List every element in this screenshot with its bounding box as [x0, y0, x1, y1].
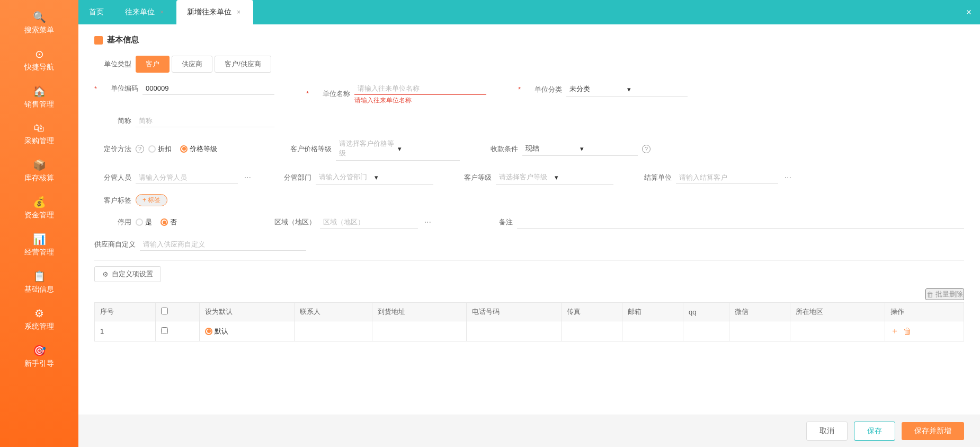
row-phone — [467, 321, 562, 341]
unit-category-value: 未分类 — [569, 84, 627, 94]
tab-new-contact[interactable]: 新增往来单位 × — [176, 0, 253, 24]
unit-name-input[interactable] — [354, 82, 486, 95]
pricing-level-radio — [180, 145, 188, 153]
batch-delete-icon: 🗑 — [926, 291, 933, 299]
pricing-discount-label: 折扣 — [158, 144, 172, 154]
sidebar-item-operations[interactable]: 📊 经营管理 — [0, 226, 78, 264]
supplier-custom-input[interactable] — [140, 238, 306, 251]
row-default-option[interactable]: 默认 — [205, 327, 289, 336]
department-select[interactable]: 请输入分管部门 ▾ — [316, 170, 433, 185]
code-name-category-row: * 单位编码 * 单位名称 请输入往来单位名称 * 单位分类 未分类 ▾ — [94, 82, 964, 105]
sidebar-item-basic-info[interactable]: 📋 基础信息 — [0, 264, 78, 301]
row-contact — [294, 321, 372, 341]
row-email — [622, 321, 683, 341]
unit-name-field-wrap: 请输入往来单位名称 — [354, 82, 486, 105]
disabled-yes-label: 是 — [145, 217, 152, 227]
system-icon: ⚙ — [34, 307, 44, 320]
customer-level-group: 客户等级 请选择客户等级 ▾ — [455, 170, 613, 185]
tab-bar: 首页 往来单位 × 新增往来单位 × × — [78, 0, 980, 24]
row-default-label: 默认 — [215, 327, 228, 336]
short-name-input[interactable] — [136, 115, 274, 127]
region-label: 区域（地区） — [274, 217, 316, 227]
pricing-help-icon[interactable]: ? — [136, 145, 144, 153]
section-title-text: 基本信息 — [107, 35, 139, 45]
sidebar-item-sales[interactable]: 🏠 销售管理 — [0, 78, 78, 116]
manager-row: 分管人员 ··· 分管部门 请输入分管部门 ▾ 客户等级 请选择客户等级 ▾ — [94, 170, 964, 185]
disabled-yes-option[interactable]: 是 — [136, 217, 152, 227]
row-wechat — [729, 321, 790, 341]
notes-group: 备注 — [476, 216, 964, 229]
disabled-no-label: 否 — [170, 217, 177, 227]
col-fax: 传真 — [562, 303, 622, 321]
tab-bar-close-btn[interactable]: × — [966, 7, 972, 18]
col-seq: 序号 — [95, 303, 156, 321]
sidebar-item-inventory[interactable]: 📦 库存核算 — [0, 152, 78, 189]
batch-delete-btn[interactable]: 🗑 批量删除 — [925, 288, 964, 300]
sidebar-item-finance[interactable]: 💰 资金管理 — [0, 189, 78, 226]
select-all-checkbox[interactable] — [161, 308, 168, 314]
settlement-more-btn[interactable]: ··· — [782, 173, 794, 182]
cancel-button[interactable]: 取消 — [806, 422, 848, 441]
sidebar: 🔍 搜索菜单 ⊙ 快捷导航 🏠 销售管理 🛍 采购管理 📦 库存核算 💰 资金管… — [0, 0, 78, 447]
tab-contacts-close[interactable]: × — [158, 7, 166, 17]
notes-input[interactable] — [517, 216, 964, 229]
sidebar-item-purchase[interactable]: 🛍 采购管理 — [0, 116, 78, 152]
save-add-button[interactable]: 保存并新增 — [902, 422, 964, 440]
pricing-discount-radio — [148, 145, 156, 153]
sidebar-item-search[interactable]: 🔍 搜索菜单 — [0, 4, 78, 41]
customer-price-select[interactable]: 请选择客户价格等级 ▾ — [336, 137, 460, 161]
add-tag-btn[interactable]: + 标签 — [136, 194, 167, 206]
customer-price-label: 客户价格等级 — [290, 144, 332, 154]
unit-category-select[interactable]: 未分类 ▾ — [566, 82, 688, 97]
region-more-btn[interactable]: ··· — [422, 217, 433, 227]
department-placeholder: 请输入分管部门 — [319, 172, 375, 182]
batch-delete-area: 🗑 批量删除 — [94, 288, 964, 300]
region-input[interactable] — [320, 216, 418, 229]
row-checkbox[interactable] — [161, 327, 168, 334]
unit-code-input[interactable] — [142, 82, 274, 95]
pricing-level-dot — [182, 147, 186, 151]
manager-label: 分管人员 — [94, 173, 131, 182]
disabled-no-option[interactable]: 否 — [161, 217, 177, 227]
main-area: 首页 往来单位 × 新增往来单位 × × 基本信息 单位类型 客户 供应商 客户… — [78, 0, 980, 447]
unit-type-both-btn[interactable]: 客户/供应商 — [215, 56, 271, 73]
payment-terms-select[interactable]: 现结 ▾ — [522, 142, 638, 156]
save-button[interactable]: 保存 — [854, 422, 895, 441]
payment-terms-help-icon[interactable]: ? — [642, 145, 651, 153]
region-group: 区域（地区） ··· — [274, 216, 433, 229]
payment-terms-chevron: ▾ — [580, 145, 635, 153]
contacts-table: 序号 设为默认 联系人 到货地址 电话号码 传真 邮箱 qq 微信 所在地区 操… — [94, 302, 964, 341]
manager-input[interactable] — [136, 171, 238, 184]
supplier-custom-group: 供应商自定义 — [94, 238, 306, 251]
sidebar-item-operations-label: 经营管理 — [24, 248, 54, 257]
finance-icon: 💰 — [33, 196, 46, 208]
sidebar-item-system[interactable]: ⚙ 系统管理 — [0, 301, 78, 338]
row-seq: 1 — [95, 321, 156, 341]
customer-tag-group: 客户标签 + 标签 — [94, 194, 964, 206]
custom-settings-btn[interactable]: ⚙ 自定义项设置 — [94, 266, 161, 282]
payment-terms-value: 现结 — [525, 144, 580, 153]
settlement-unit-input[interactable] — [676, 171, 778, 184]
tab-home[interactable]: 首页 — [78, 0, 114, 24]
supplier-custom-row: 供应商自定义 — [94, 238, 964, 251]
add-tag-label: + 标签 — [142, 196, 161, 205]
sidebar-item-quick-nav-label: 快捷导航 — [24, 63, 54, 72]
sidebar-item-quick-nav[interactable]: ⊙ 快捷导航 — [0, 41, 78, 78]
basic-info-icon: 📋 — [33, 270, 46, 283]
row-add-btn[interactable]: ＋ — [890, 326, 899, 337]
unit-type-row: 单位类型 客户 供应商 客户/供应商 — [94, 56, 964, 73]
customer-tag-row: 客户标签 + 标签 — [94, 194, 964, 206]
sidebar-item-guide[interactable]: 🎯 新手引导 — [0, 338, 78, 375]
disabled-no-radio — [161, 218, 168, 226]
pricing-level-option[interactable]: 价格等级 — [180, 144, 217, 154]
sidebar-item-purchase-label: 采购管理 — [24, 136, 54, 146]
pricing-discount-option[interactable]: 折扣 — [148, 144, 172, 154]
section-flag-icon — [94, 36, 103, 45]
tab-contacts[interactable]: 往来单位 × — [114, 0, 176, 24]
tab-new-contact-close[interactable]: × — [235, 7, 243, 17]
customer-level-select[interactable]: 请选择客户等级 ▾ — [496, 170, 613, 185]
unit-type-supplier-btn[interactable]: 供应商 — [172, 56, 212, 73]
manager-more-btn[interactable]: ··· — [242, 173, 253, 182]
row-delete-btn[interactable]: 🗑 — [903, 327, 912, 336]
unit-type-customer-btn[interactable]: 客户 — [136, 56, 170, 73]
